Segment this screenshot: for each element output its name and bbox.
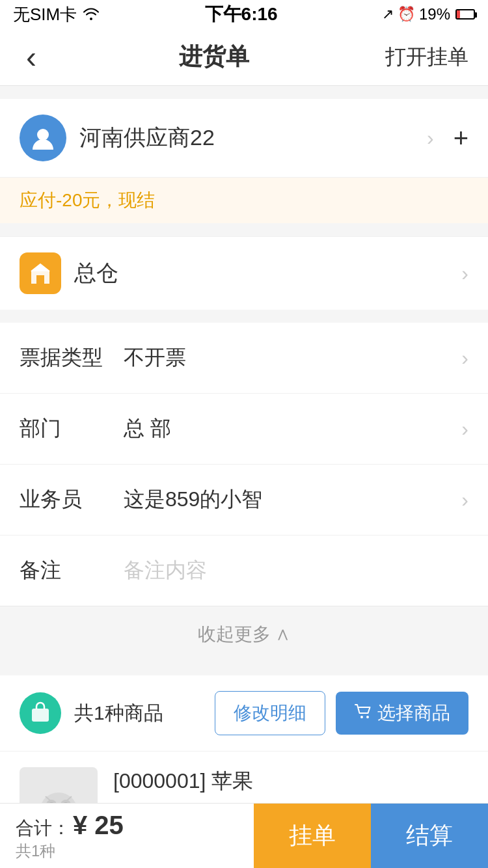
supplier-row-right: › + — [427, 124, 468, 153]
page-title: 进货单 — [179, 41, 249, 73]
product-id: [0000001] — [113, 769, 211, 793]
supplier-name: 河南供应商22 — [79, 123, 427, 153]
dept-row[interactable]: 部门 总 部 › — [0, 394, 488, 465]
nav-bar: ‹ 进货单 打开挂单 — [0, 29, 488, 86]
collapse-label: 收起更多 ∧ — [198, 624, 291, 644]
battery-icon — [455, 9, 475, 20]
select-product-button[interactable]: 选择商品 — [336, 692, 468, 735]
product-icon — [20, 692, 61, 734]
sales-chevron-icon: › — [461, 488, 468, 512]
status-left: 无SIM卡 — [13, 3, 100, 26]
bottom-bar: 合计： ¥ 25 共1种 挂单 结算 — [0, 803, 488, 868]
edit-detail-button[interactable]: 修改明细 — [215, 691, 325, 735]
warehouse-row[interactable]: 总仓 › — [0, 236, 488, 310]
warehouse-chevron-icon: › — [461, 262, 468, 286]
sales-row[interactable]: 业务员 这是859的小智 › — [0, 465, 488, 536]
warehouse-label: 总仓 — [74, 258, 461, 288]
supplier-avatar — [20, 115, 66, 161]
supplier-row[interactable]: 河南供应商22 › + — [0, 99, 488, 178]
svg-rect-1 — [36, 275, 44, 284]
remark-input[interactable]: 备注内容 — [111, 556, 468, 585]
warehouse-section: 总仓 › — [0, 236, 488, 310]
carrier-label: 无SIM卡 — [13, 3, 77, 26]
warehouse-icon — [20, 252, 61, 294]
status-time: 下午6:16 — [205, 2, 278, 27]
total-section: 合计： ¥ 25 共1种 — [0, 804, 254, 868]
invoice-row[interactable]: 票据类型 不开票 › — [0, 323, 488, 394]
svg-rect-2 — [32, 709, 49, 722]
payment-warning: 应付-20元，现结 — [0, 178, 488, 223]
sales-label: 业务员 — [20, 485, 111, 514]
svg-point-3 — [360, 716, 363, 718]
open-pending-button[interactable]: 打开挂单 — [385, 43, 468, 72]
collapse-bar[interactable]: 收起更多 ∧ — [0, 606, 488, 662]
status-right: ↗ ⏰ 19% — [382, 5, 475, 23]
location-icon: ↗ — [382, 6, 394, 23]
invoice-value: 不开票 — [111, 344, 461, 372]
dept-chevron-icon: › — [461, 417, 468, 441]
product-count: 共1种商品 — [74, 700, 215, 727]
invoice-chevron-icon: › — [461, 346, 468, 370]
total-label: 合计： — [16, 816, 70, 841]
battery-label: 19% — [419, 5, 450, 23]
back-button[interactable]: ‹ — [20, 33, 43, 81]
product-title: 苹果 — [211, 769, 253, 793]
remark-label: 备注 — [20, 556, 111, 585]
cart-icon — [354, 703, 372, 724]
supplier-chevron-icon: › — [427, 126, 434, 150]
svg-point-4 — [366, 716, 369, 718]
product-header: 共1种商品 修改明细 选择商品 — [0, 675, 488, 752]
status-bar: 无SIM卡 下午6:16 ↗ ⏰ 19% — [0, 0, 488, 29]
select-product-label: 选择商品 — [377, 701, 450, 726]
total-amount: ¥ 25 — [73, 811, 124, 840]
sales-value: 这是859的小智 — [111, 485, 461, 514]
remark-row[interactable]: 备注 备注内容 — [0, 536, 488, 606]
dept-value: 总 部 — [111, 414, 461, 443]
dept-label: 部门 — [20, 414, 111, 443]
supplier-section: 河南供应商22 › + 应付-20元，现结 — [0, 99, 488, 223]
divider-1 — [0, 86, 488, 99]
pend-button[interactable]: 挂单 — [254, 804, 371, 868]
alarm-icon: ⏰ — [398, 6, 415, 23]
wifi-icon — [82, 5, 100, 25]
product-name: [0000001] 苹果 — [113, 767, 433, 796]
form-section: 票据类型 不开票 › 部门 总 部 › 业务员 这是859的小智 › 备注 备注… — [0, 323, 488, 606]
invoice-label: 票据类型 — [20, 344, 111, 372]
checkout-button[interactable]: 结算 — [371, 804, 488, 868]
total-count: 共1种 — [16, 841, 238, 861]
svg-point-0 — [37, 129, 49, 141]
add-supplier-button[interactable]: + — [454, 124, 468, 153]
